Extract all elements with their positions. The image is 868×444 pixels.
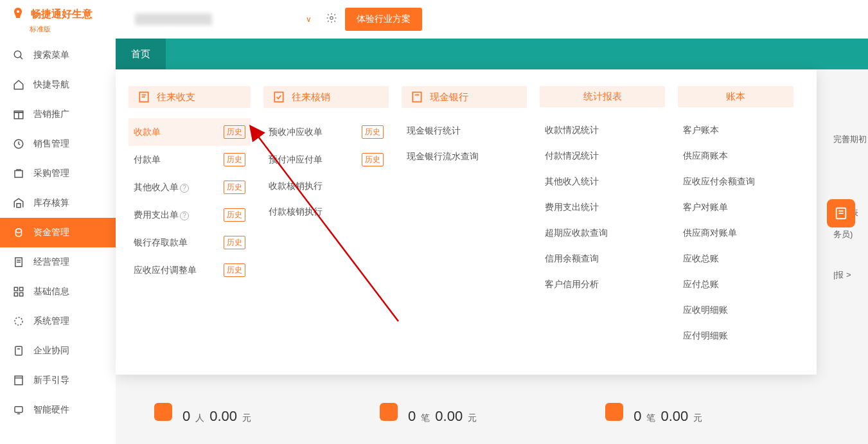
logo: 畅捷通好生意 [0, 0, 116, 26]
mega-item-label: 应收应付调整单 [134, 265, 197, 276]
mega-header: 往来收支 [128, 86, 251, 108]
mega-item-label: 预收冲应收单 [269, 127, 323, 138]
mega-item-label: 费用支出单? [134, 209, 189, 221]
sidebar-item-business[interactable]: 经营管理 [0, 247, 116, 277]
mega-menu-item[interactable]: 收款单历史 [128, 118, 251, 146]
mega-item-label: 银行存取款单 [134, 237, 188, 249]
svg-rect-15 [20, 293, 23, 296]
mega-item-label: 现金银行统计 [407, 125, 461, 137]
mega-menu-item[interactable]: 其他收入统计 [540, 169, 665, 195]
sidebar-item-guide[interactable]: 新手引导 [0, 366, 116, 395]
grid-icon [13, 286, 24, 297]
mega-menu-item[interactable]: 费用支出统计 [540, 195, 665, 220]
mega-menu-item[interactable]: 信用余额查询 [540, 246, 665, 272]
mega-menu-item[interactable]: 预付冲应付单历史 [263, 146, 389, 173]
sidebar-item-collab[interactable]: 企业协同 [0, 336, 116, 366]
svg-point-16 [15, 317, 22, 325]
mega-menu-item[interactable]: 应收总账 [678, 246, 793, 272]
mega-item-label: 付款核销执行 [269, 206, 323, 218]
gear-icon[interactable] [326, 12, 337, 26]
mega-column-ledger: 账本 客户账本供应商账本应收应付余额查询客户对账单供应商对账单应收总账应付总账应… [671, 86, 800, 349]
svg-point-23 [330, 17, 333, 20]
mega-menu-item[interactable]: 付款单历史 [128, 146, 251, 173]
history-tag[interactable]: 历史 [224, 236, 245, 249]
sidebar-item-quicknav[interactable]: 快捷导航 [0, 70, 116, 100]
mega-menu-item[interactable]: 现金银行流水查询 [402, 144, 527, 170]
mega-menu-item[interactable]: 收款核销执行 [263, 173, 389, 199]
mega-menu-item[interactable]: 客户对账单 [678, 195, 793, 220]
stat-icon [380, 403, 398, 421]
sidebar-item-funds[interactable]: 资金管理 [0, 218, 116, 247]
svg-rect-13 [20, 287, 23, 290]
stat-icon [605, 403, 623, 421]
svg-point-8 [16, 229, 22, 233]
home-icon [13, 79, 24, 91]
try-industry-button[interactable]: 体验行业方案 [345, 8, 422, 31]
help-icon[interactable]: ? [180, 184, 189, 193]
history-tag[interactable]: 历史 [224, 153, 245, 166]
mega-item-label: 信用余额查询 [545, 253, 599, 265]
svg-rect-14 [14, 293, 17, 296]
book-icon [13, 375, 24, 386]
mega-menu-item[interactable]: 收款情况统计 [540, 118, 665, 143]
mega-menu-item[interactable]: 供应商账本 [678, 143, 793, 169]
mega-menu-item[interactable]: 付款情况统计 [540, 143, 665, 169]
sidebar-item-label: 营销推广 [33, 109, 69, 120]
history-tag[interactable]: 历史 [224, 208, 245, 222]
sidebar-item-search[interactable]: 搜索菜单 [0, 40, 116, 70]
sidebar-item-system[interactable]: 系统管理 [0, 306, 116, 336]
mega-item-label: 付款单 [134, 154, 161, 166]
stat-amount: 0.00 [209, 408, 237, 425]
help-icon[interactable]: ? [180, 211, 189, 220]
mega-item-label: 收款核销执行 [269, 181, 323, 192]
sidebar-item-label: 基础信息 [33, 286, 69, 297]
mega-item-label: 供应商账本 [683, 150, 728, 162]
mega-item-label: 应收总账 [683, 253, 719, 265]
mega-menu-item[interactable]: 银行存取款单历史 [128, 229, 251, 256]
history-tag[interactable]: 历史 [362, 153, 384, 166]
bank-icon [411, 91, 423, 103]
sidebar-item-inventory[interactable]: 库存核算 [0, 188, 116, 218]
tab-bar: 首页 [116, 39, 868, 69]
mega-menu-item[interactable]: 应付明细账 [678, 323, 793, 349]
mega-menu-item[interactable]: 应收应付调整单历史 [128, 256, 251, 284]
history-tag[interactable]: 历史 [224, 125, 245, 139]
mega-item-label: 超期应收款查询 [545, 227, 608, 239]
mega-menu-item[interactable]: 客户信用分析 [540, 272, 665, 297]
sidebar-item-hardware[interactable]: 智能硬件 [0, 395, 116, 425]
history-tag[interactable]: 历史 [362, 125, 384, 139]
svg-rect-6 [15, 171, 22, 178]
mega-item-label: 付款情况统计 [545, 150, 599, 162]
mega-menu-item[interactable]: 应收明细账 [678, 297, 793, 323]
svg-point-0 [17, 10, 19, 13]
sidebar-item-label: 销售管理 [33, 138, 69, 150]
mega-item-label: 应付明细账 [683, 330, 728, 342]
mega-menu-item[interactable]: 客户账本 [678, 118, 793, 143]
sidebar-item-purchase[interactable]: 采购管理 [0, 159, 116, 188]
device-icon [13, 404, 24, 416]
float-action-button[interactable] [827, 199, 855, 227]
sidebar-item-label: 新手引导 [33, 375, 69, 386]
mega-item-label: 应付总账 [683, 279, 719, 290]
sidebar-item-basic[interactable]: 基础信息 [0, 277, 116, 306]
history-tag[interactable]: 历史 [224, 263, 245, 277]
mega-item-label: 供应商对账单 [683, 227, 737, 239]
mega-item-label: 收款单 [134, 127, 161, 138]
mega-menu-item[interactable]: 应付总账 [678, 272, 793, 297]
mega-menu-item[interactable]: 预收冲应收单历史 [263, 118, 389, 146]
mega-menu-item[interactable]: 其他收入单?历史 [128, 173, 251, 201]
mega-item-label: 预付冲应付单 [269, 154, 323, 166]
sidebar-item-marketing[interactable]: 营销推广 [0, 100, 116, 129]
mega-menu-item[interactable]: 应收应付余额查询 [678, 169, 793, 195]
mega-menu-item[interactable]: 超期应收款查询 [540, 220, 665, 246]
stat-count: 0 [408, 408, 416, 425]
history-tag[interactable]: 历史 [224, 181, 245, 194]
company-selector[interactable]: ∨ [128, 11, 318, 28]
sidebar-item-sales[interactable]: 销售管理 [0, 129, 116, 159]
tab-home[interactable]: 首页 [116, 39, 166, 69]
svg-rect-12 [14, 287, 17, 290]
mega-menu-item[interactable]: 付款核销执行 [263, 199, 389, 225]
mega-menu-item[interactable]: 现金银行统计 [402, 118, 527, 144]
mega-menu-item[interactable]: 费用支出单?历史 [128, 201, 251, 229]
mega-menu-item[interactable]: 供应商对账单 [678, 220, 793, 246]
